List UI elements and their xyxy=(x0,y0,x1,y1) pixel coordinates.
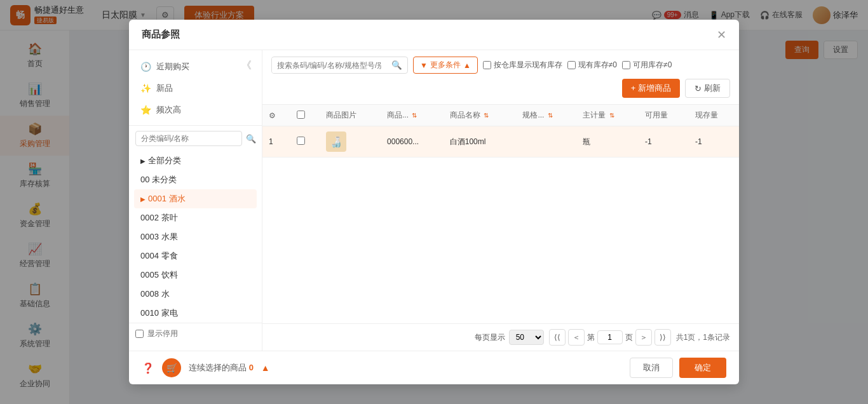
continuous-label: 连续选择的商品 0 xyxy=(189,362,254,374)
footer-collapse-btn[interactable]: ▲ xyxy=(261,363,270,373)
left-bottom: 显示停用 xyxy=(129,323,262,344)
sort-spec-icon: ⇅ xyxy=(548,112,553,119)
row-index: 1 xyxy=(262,126,290,158)
cat-0004[interactable]: 0004 零食 xyxy=(134,246,257,266)
cat-0002[interactable]: 0002 茶叶 xyxy=(134,208,257,227)
select-all-checkbox[interactable] xyxy=(297,111,305,119)
add-product-btn[interactable]: + 新增商品 xyxy=(622,79,680,98)
col-checkbox[interactable] xyxy=(290,105,320,126)
category-search: 🔍 xyxy=(129,126,262,151)
product-thumbnail: 🍶 xyxy=(326,131,346,152)
refresh-btn[interactable]: ↻ 刷新 xyxy=(685,79,730,98)
cancel-button[interactable]: 取消 xyxy=(630,358,673,378)
left-tabs: 🕐 近期购买 ✨ 新品 ⭐ 频次高 《 xyxy=(129,57,262,126)
left-panel: 🕐 近期购买 ✨ 新品 ⭐ 频次高 《 xyxy=(129,50,262,351)
refresh-icon: ↻ xyxy=(695,84,702,93)
col-code[interactable]: 商品... ⇅ xyxy=(381,105,444,126)
confirm-button[interactable]: 确定 xyxy=(679,358,726,378)
filter-available-label: 可用库存≠0 xyxy=(633,60,672,71)
filter-icon: ▼ xyxy=(420,61,428,70)
cat-0010[interactable]: 0010 家电 xyxy=(134,304,257,323)
cat-0008[interactable]: 0008 水 xyxy=(134,285,257,304)
first-page-btn[interactable]: ⟨⟨ xyxy=(549,329,566,346)
cat-all[interactable]: ▶ 全部分类 xyxy=(134,151,257,170)
search-icon[interactable]: 🔍 xyxy=(246,134,256,144)
table-row[interactable]: 1 🍶 000600... 白酒100ml 瓶 -1 -1 xyxy=(262,126,739,158)
product-search-btn[interactable]: 🔍 xyxy=(386,57,407,73)
clock-icon: 🕐 xyxy=(140,62,151,72)
sort-code-icon: ⇅ xyxy=(412,112,417,119)
filter-available-nonzero[interactable]: 可用库存≠0 xyxy=(622,60,672,71)
col-name[interactable]: 商品名称 ⇅ xyxy=(444,105,517,126)
cat-0001[interactable]: ▶ 0001 酒水 xyxy=(134,189,257,208)
prev-page-btn[interactable]: ＜ xyxy=(568,329,585,346)
last-page-btn[interactable]: ⟩⟩ xyxy=(654,329,671,346)
cat-0005[interactable]: 0005 饮料 xyxy=(134,266,257,285)
tab-frequent[interactable]: ⭐ 频次高 xyxy=(134,100,236,120)
modal-overlay: 商品参照 ✕ 🕐 近期购买 ✨ 新品 xyxy=(0,0,868,404)
filter-stock-checkbox[interactable] xyxy=(567,61,576,69)
filter-stock-label: 现有库存≠0 xyxy=(578,60,617,71)
product-table-container: ⚙ 商品图片 商品... ⇅ 商品名称 ⇅ xyxy=(262,105,739,323)
more-filter-btn[interactable]: ▼ 更多条件 ▲ xyxy=(413,57,478,74)
filter-by-warehouse[interactable]: 按仓库显示现有库存 xyxy=(483,60,562,71)
new-icon: ✨ xyxy=(140,83,151,93)
star-icon: ⭐ xyxy=(140,105,151,115)
category-tree: ▶ 全部分类 00 未分类 ▶ 0001 酒水 0002 茶叶 0003 水果 xyxy=(129,151,262,323)
per-page-select[interactable]: 50 100 200 xyxy=(509,330,544,345)
row-spec xyxy=(516,126,576,158)
show-disabled-checkbox[interactable] xyxy=(135,330,144,338)
col-available: 可用量 xyxy=(639,105,689,126)
per-page-group: 每页显示 50 100 200 xyxy=(475,330,544,345)
row-checkbox[interactable] xyxy=(290,126,320,158)
row-name: 白酒100ml xyxy=(444,126,517,158)
product-search-box: 🔍 xyxy=(271,57,408,74)
page-unit: 页 xyxy=(625,332,633,343)
page-label: 第 xyxy=(587,332,595,343)
col-settings[interactable]: ⚙ xyxy=(262,105,290,126)
row-unit: 瓶 xyxy=(576,126,639,158)
row-available: -1 xyxy=(639,126,689,158)
tab-frequent-label: 频次高 xyxy=(156,104,181,116)
sort-name-icon: ⇅ xyxy=(484,112,489,119)
tab-recent-label: 近期购买 xyxy=(156,61,189,72)
col-image: 商品图片 xyxy=(320,105,381,126)
modal-footer: ❓ 🛒 连续选择的商品 0 ▲ 取消 确定 xyxy=(129,351,739,384)
product-table: ⚙ 商品图片 商品... ⇅ 商品名称 ⇅ xyxy=(262,105,739,158)
show-disabled-label[interactable]: 显示停用 xyxy=(135,328,255,339)
col-unit[interactable]: 主计量 ⇅ xyxy=(576,105,639,126)
product-search-input[interactable] xyxy=(272,58,386,73)
pagination: 每页显示 50 100 200 ⟨⟨ ＜ 第 页 ＞ xyxy=(262,323,739,351)
continuous-text: 连续选择的商品 xyxy=(189,363,247,372)
panel-collapse-btn[interactable]: 《 xyxy=(236,57,257,75)
toolbar-actions: + 新增商品 ↻ 刷新 xyxy=(622,79,730,98)
row-stock: -1 xyxy=(689,126,739,158)
product-reference-modal: 商品参照 ✕ 🕐 近期购买 ✨ 新品 xyxy=(129,20,739,384)
right-panel: 🔍 ▼ 更多条件 ▲ 按仓库显示现有库存 现有库存≠0 xyxy=(262,50,739,351)
filter-stock-nonzero[interactable]: 现有库存≠0 xyxy=(567,60,617,71)
col-spec[interactable]: 规格... ⇅ xyxy=(516,105,576,126)
cat-0003[interactable]: 0003 水果 xyxy=(134,227,257,246)
sort-unit-icon: ⇅ xyxy=(609,112,614,119)
filter-warehouse-checkbox[interactable] xyxy=(483,61,491,69)
page-navigation: ⟨⟨ ＜ 第 页 ＞ ⟩⟩ xyxy=(549,329,671,346)
row-select-checkbox[interactable] xyxy=(297,137,305,145)
filter-warehouse-label: 按仓库显示现有库存 xyxy=(494,60,562,71)
help-icon[interactable]: ❓ xyxy=(142,362,154,374)
tab-new-products[interactable]: ✨ 新品 xyxy=(134,78,236,98)
row-image: 🍶 xyxy=(320,126,381,158)
filter-available-checkbox[interactable] xyxy=(622,61,630,69)
category-search-input[interactable] xyxy=(135,131,242,146)
row-code: 000600... xyxy=(381,126,444,158)
filter-label: 更多条件 xyxy=(430,60,461,71)
cat-00[interactable]: 00 未分类 xyxy=(134,170,257,189)
page-total: 共1页，1条记录 xyxy=(676,332,730,343)
cart-icon[interactable]: 🛒 xyxy=(162,358,181,377)
filter-arrow-icon: ▲ xyxy=(463,61,471,70)
next-page-btn[interactable]: ＞ xyxy=(635,329,652,346)
modal-body: 🕐 近期购买 ✨ 新品 ⭐ 频次高 《 xyxy=(129,50,739,351)
page-number-input[interactable] xyxy=(597,330,623,344)
modal-close-button[interactable]: ✕ xyxy=(717,29,726,41)
tab-recent-purchase[interactable]: 🕐 近期购买 xyxy=(134,57,236,77)
tab-new-label: 新品 xyxy=(156,83,173,94)
